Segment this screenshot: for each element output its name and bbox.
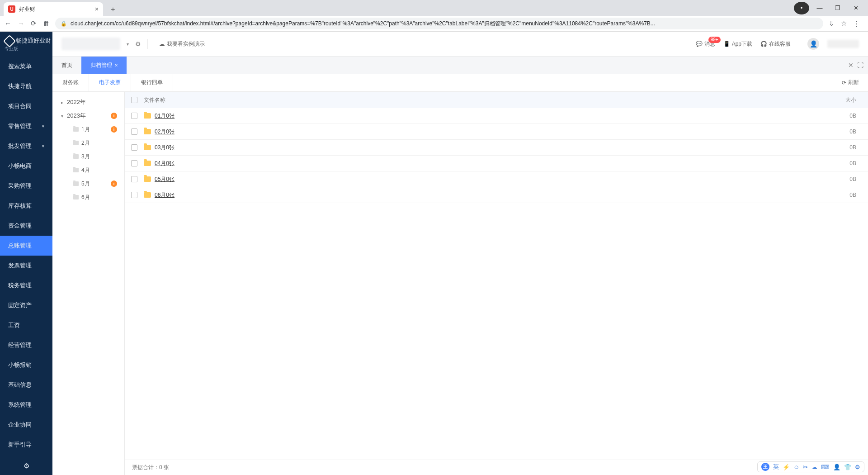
reload-icon[interactable]: ⟳ [31, 19, 37, 28]
sidebar-item[interactable]: 搜索菜单 [0, 57, 52, 76]
address-bar[interactable]: 🔒 cloud.chanjet.com/cc/u6d89qwnryel/57bf… [55, 18, 823, 29]
tab-home[interactable]: 首页 [52, 57, 81, 74]
messages-button[interactable]: 💬 消息 99+ [696, 40, 715, 48]
sidebar-item[interactable]: 小畅电商 [0, 156, 52, 176]
row-checkbox[interactable] [131, 144, 137, 151]
ime-emoji-icon[interactable]: ☺ [793, 464, 799, 470]
sidebar-item[interactable]: 批发管理▾ [0, 136, 52, 156]
ime-person-icon[interactable]: 👤 [833, 464, 840, 470]
file-name-link[interactable]: 06月0张 [155, 191, 175, 199]
tree-month[interactable]: 5月i [52, 177, 124, 190]
star-icon[interactable]: ☆ [841, 19, 847, 28]
row-checkbox[interactable] [131, 192, 137, 198]
support-label: 在线客服 [769, 40, 791, 48]
support-button[interactable]: 🎧 在线客服 [760, 40, 791, 48]
expand-icon[interactable]: ⛶ [857, 62, 863, 69]
row-checkbox[interactable] [131, 160, 137, 166]
user-name[interactable] [827, 40, 859, 48]
avatar[interactable]: 👤 [807, 38, 819, 50]
file-name-link[interactable]: 05月0张 [155, 176, 175, 183]
sidebar-item[interactable]: 新手引导 [0, 435, 52, 455]
file-size: 0B [827, 144, 868, 151]
ime-lang[interactable]: 英 [773, 463, 779, 471]
tree-year-2023-label: 2023年 [67, 112, 86, 120]
profile-badge-icon[interactable]: • [794, 2, 809, 14]
chevron-down-icon: ▾ [42, 144, 44, 148]
tree-month[interactable]: 4月 [52, 163, 124, 177]
tree-year-2023[interactable]: ▾ 2023年 i [52, 109, 124, 123]
install-icon[interactable]: ⇩ [829, 19, 835, 28]
ime-cloud-icon[interactable]: ☁ [811, 464, 817, 470]
sidebar-item[interactable]: 资金管理 [0, 216, 52, 236]
file-size: 0B [827, 128, 868, 135]
gear-icon[interactable]: ⚙ [135, 40, 141, 48]
tree-year-2022[interactable]: ▸ 2022年 [52, 95, 124, 109]
close-all-icon[interactable]: ✕ [848, 62, 854, 69]
select-all-checkbox[interactable] [131, 97, 137, 103]
file-name-link[interactable]: 02月0张 [155, 128, 175, 136]
file-name-link[interactable]: 03月0张 [155, 144, 175, 152]
back-icon[interactable]: ← [5, 19, 11, 28]
app-download-button[interactable]: 📱 App下载 [723, 40, 752, 48]
tree-month[interactable]: 3月 [52, 150, 124, 163]
sidebar-item[interactable]: 快捷导航 [0, 76, 52, 96]
sidebar-item[interactable]: 总账管理 [0, 236, 52, 256]
sidebar-item[interactable]: 固定资产 [0, 295, 52, 315]
tree-month[interactable]: 6月 [52, 190, 124, 204]
forward-icon[interactable]: → [18, 19, 24, 28]
browser-tab[interactable]: U 好业财 × [4, 2, 103, 16]
sidebar-item-label: 资金管理 [8, 222, 32, 230]
subtab-bank-label: 银行回单 [141, 79, 163, 86]
menu-icon[interactable]: ⋮ [853, 19, 860, 28]
sidebar-item[interactable]: 系统管理 [0, 395, 52, 415]
refresh-button[interactable]: ⟳ 刷新 [842, 79, 859, 86]
close-window-icon[interactable]: ✕ [848, 2, 863, 14]
file-name-link[interactable]: 01月0张 [155, 112, 175, 120]
chevron-down-icon[interactable]: ▾ [127, 42, 129, 47]
ime-shirt-icon[interactable]: 👕 [844, 464, 851, 470]
sidebar-item-label: 系统管理 [8, 401, 32, 409]
subtab-einvoice[interactable]: 电子发票 [89, 74, 131, 91]
sidebar-item-label: 项目合同 [8, 102, 32, 110]
close-tab-icon[interactable]: × [95, 5, 99, 13]
ime-lightning-icon[interactable]: ⚡ [783, 464, 790, 470]
arrow-right-icon: ▸ [60, 100, 64, 105]
tree-month[interactable]: 1月i [52, 123, 124, 136]
sidebar-item[interactable]: 经营管理 [0, 335, 52, 355]
file-name-link[interactable]: 04月0张 [155, 160, 175, 167]
subtab-bank[interactable]: 银行回单 [131, 74, 173, 91]
sidebar-item[interactable]: 税务管理 [0, 276, 52, 295]
sidebar-item[interactable]: 工资 [0, 315, 52, 335]
sidebar-item[interactable]: 基础信息 [0, 375, 52, 395]
trash-icon[interactable]: 🗑 [43, 19, 50, 28]
sidebar-item[interactable]: 库存核算 [0, 196, 52, 216]
sidebar-item[interactable]: 项目合同 [0, 96, 52, 116]
ime-keyboard-icon[interactable]: ⌨ [821, 464, 830, 470]
tab-archive[interactable]: 归档管理 × [81, 57, 127, 74]
new-tab-button[interactable]: + [107, 3, 119, 16]
alert-dot-icon: i [111, 113, 117, 119]
tree-month-label: 2月 [81, 139, 90, 147]
settings-icon[interactable]: ⚙ [0, 457, 52, 475]
ime-scissors-icon[interactable]: ✂ [803, 464, 808, 470]
subtab-finance[interactable]: 财务账 [52, 74, 89, 91]
tree-month[interactable]: 2月 [52, 136, 124, 150]
demo-link[interactable]: ☁ 我要看实例演示 [159, 40, 205, 48]
topbar-right: 💬 消息 99+ 📱 App下载 🎧 在线客服 👤 [696, 38, 859, 50]
sidebar-item[interactable]: 企业协同 [0, 415, 52, 435]
org-selector[interactable] [61, 38, 120, 50]
close-tab-icon[interactable]: × [115, 62, 118, 68]
maximize-icon[interactable]: ❐ [830, 2, 845, 14]
sidebar-item[interactable]: 零售管理▾ [0, 116, 52, 136]
row-checkbox[interactable] [131, 176, 137, 182]
ime-settings-icon[interactable]: ⚙ [855, 464, 860, 470]
minimize-icon[interactable]: — [812, 2, 827, 14]
ime-toolbar[interactable]: 王 英 ⚡ ☺ ✂ ☁ ⌨ 👤 👕 ⚙ [757, 461, 864, 472]
row-checkbox[interactable] [131, 128, 137, 135]
row-checkbox[interactable] [131, 113, 137, 119]
lock-icon: 🔒 [61, 21, 67, 27]
sidebar-item[interactable]: 采购管理 [0, 176, 52, 196]
sidebar-item[interactable]: 小畅报销 [0, 355, 52, 375]
sidebar-item-label: 工资 [8, 321, 20, 329]
sidebar-item[interactable]: 发票管理 [0, 256, 52, 276]
